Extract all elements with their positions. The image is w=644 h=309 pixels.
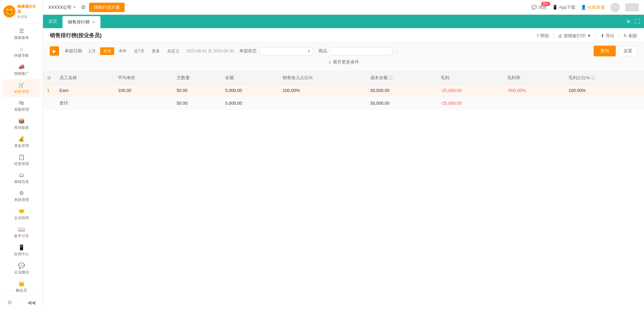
template-print-button[interactable]: 🖨 按模板打印 ▼ xyxy=(558,33,591,39)
export-button[interactable]: ⬆ 导出 xyxy=(601,33,614,39)
company-selector[interactable]: XXXXX公司 ▼ xyxy=(48,4,76,10)
sidebar-item-marketing[interactable]: 📣 营销推广 xyxy=(2,61,41,79)
cell-gross-rate: -500.00% xyxy=(503,85,565,97)
table-body: 1 Eam 100.00 50.00 5,000.00 100.00% 30,0… xyxy=(43,85,644,97)
goods-input[interactable] xyxy=(330,47,392,55)
refresh-label: 刷新 xyxy=(629,33,637,39)
date-filter: 单据日期 上月 本月 本年 近7天 更多 自定义 2023-06-01 至 20… xyxy=(65,47,234,55)
date-label: 单据日期 xyxy=(65,48,82,54)
tab-close-window-icon[interactable]: ✕ xyxy=(626,18,631,25)
date-tab-this-year[interactable]: 本年 xyxy=(116,47,130,55)
tab-expand-icon[interactable]: ⛶ xyxy=(635,18,640,24)
footer-main-qty: 50.00 xyxy=(173,97,221,110)
purchase-icon: 🛍 xyxy=(19,100,24,106)
settings-button[interactable]: 设置 xyxy=(618,46,637,56)
sidebar-item-finance[interactable]: 💰 资金管理 xyxy=(2,133,41,151)
table-footer: 合计 50.00 5,000.00 30,000.00 -25,000.00 xyxy=(43,97,644,110)
sidebar-item-sales[interactable]: 🛒 销售管理 xyxy=(2,79,41,97)
sidebar-item-wechat[interactable]: 💬 企业微信 xyxy=(2,260,41,277)
sidebar-nav: ☰ 搜索菜单 ⌂ 快捷导航 📣 营销推广 🛒 销售管理 🛍 采购管理 📦 库存核… xyxy=(0,23,43,296)
tab-sales-rank[interactable]: 销售排行榜 ✕ xyxy=(62,16,100,28)
date-tab-last-month[interactable]: 上月 xyxy=(85,47,99,55)
sidebar: 🐱 畅康通好生意 标准版 ☰ 搜索菜单 ⌂ 快捷导航 📣 营销推广 🛒 销售管理… xyxy=(0,0,43,309)
header-settings-icon[interactable]: ⚙ xyxy=(81,4,86,10)
cost-info-icon[interactable]: ⓘ xyxy=(389,75,393,80)
service-label: 在线客服 xyxy=(588,4,605,10)
sidebar-item-label: 库存核算 xyxy=(14,125,29,130)
tab-bar-right: ✕ ⛶ xyxy=(626,18,644,25)
page-content: 销售排行榜(按业务员) ? 帮助 | 🖨 按模板打印 ▼ | ⬆ 导出 | xyxy=(43,28,644,309)
column-settings-icon[interactable]: ⚙ xyxy=(47,75,51,81)
message-icon: 💬 xyxy=(531,5,537,10)
expand-more-button[interactable]: ∨ 展开更多条件 xyxy=(324,58,363,66)
filter-area: ▶ 单据日期 上月 本月 本年 近7天 更多 自定义 2023-06-01 至 … xyxy=(43,42,644,71)
table-row: 1 Eam 100.00 50.00 5,000.00 100.00% 30,0… xyxy=(43,85,644,97)
expand-row: ∨ 展开更多条件 xyxy=(50,56,637,68)
app-icon: 📱 xyxy=(552,5,558,10)
sidebar-item-collab[interactable]: 🤝 企业协同 xyxy=(2,205,41,223)
th-settings: ⚙ xyxy=(43,71,55,85)
footer-cost-amount: 30,000.00 xyxy=(366,97,437,110)
collab-icon: 🤝 xyxy=(18,208,25,214)
sidebar-item-search[interactable]: ☰ 搜索菜单 xyxy=(2,25,41,43)
sidebar-item-label: 畅会员 xyxy=(16,288,27,293)
sidebar-item-base[interactable]: 🗂 基础信息 xyxy=(2,169,41,187)
sidebar-bottom: ⚙ ◀◀ xyxy=(0,296,43,309)
date-tab-7days[interactable]: 近7天 xyxy=(131,47,147,55)
logo-title: 畅康通好生意 xyxy=(17,4,39,14)
divider-3: | xyxy=(618,33,619,38)
gross-pct-info-icon[interactable]: ⓘ xyxy=(591,75,595,80)
wechat-icon: 💬 xyxy=(18,262,25,269)
sidebar-item-label: 经营管理 xyxy=(14,161,29,166)
sidebar-item-guide[interactable]: 📖 新手引导 xyxy=(2,223,41,241)
th-gross-pct: 毛利占比% ⓘ xyxy=(564,71,644,85)
trial-button[interactable]: 体验行业方案 xyxy=(89,3,125,12)
data-table: ⚙ 员工名称 平均单价 主数量 全额 xyxy=(43,71,644,110)
print-dropdown-icon: ▼ xyxy=(587,33,591,38)
status-select[interactable] xyxy=(259,47,313,55)
sidebar-item-member[interactable]: 👑 畅会员 xyxy=(2,278,41,296)
logo-icon: 🐱 xyxy=(3,5,15,17)
sidebar-item-inventory[interactable]: 📦 库存核算 xyxy=(2,115,41,133)
tab-close-icon[interactable]: ✕ xyxy=(92,20,95,24)
cell-rank: 1 xyxy=(43,85,55,97)
refresh-button[interactable]: ↻ 刷新 xyxy=(624,33,637,39)
th-avg-price: 平均单价 xyxy=(114,71,172,85)
print-icon: 🖨 xyxy=(558,33,562,38)
sidebar-collapse-icon[interactable]: ◀◀ xyxy=(27,299,35,306)
th-sales-pct: 销售收入占比% xyxy=(278,71,366,85)
message-badge: 99+ xyxy=(541,2,550,6)
query-button[interactable]: 查询 xyxy=(594,46,616,56)
export-label: 导出 xyxy=(606,33,614,39)
sidebar-item-apps[interactable]: 📱 应用中心 xyxy=(2,242,41,259)
tab-sales-rank-label: 销售排行榜 xyxy=(68,19,90,25)
tab-home[interactable]: 首页 xyxy=(43,15,62,28)
sidebar-item-system[interactable]: ⚙ 系统管理 xyxy=(2,187,41,205)
finance-icon: 💰 xyxy=(18,136,25,142)
filter-toggle-button[interactable]: ▶ xyxy=(50,46,59,56)
marketing-icon: 📣 xyxy=(18,64,25,70)
th-amount: 全额 xyxy=(221,71,278,85)
apps-icon: 📱 xyxy=(18,244,25,251)
cell-sales-pct: 100.00% xyxy=(278,85,366,97)
message-button[interactable]: 💬 消息 99+ xyxy=(531,4,547,10)
date-tab-this-month[interactable]: 本月 xyxy=(100,47,114,55)
sidebar-item-label: 应用中心 xyxy=(14,252,29,257)
footer-sales-pct xyxy=(278,97,366,110)
online-service-button[interactable]: 👤 在线客服 xyxy=(581,4,605,10)
date-tab-custom[interactable]: 自定义 xyxy=(164,47,182,55)
user-avatar[interactable] xyxy=(610,3,620,12)
sidebar-item-purchase[interactable]: 🛍 采购管理 xyxy=(2,97,41,115)
operation-icon: 📋 xyxy=(18,154,25,160)
tab-home-label: 首页 xyxy=(48,18,57,24)
sidebar-item-operation[interactable]: 📋 经营管理 xyxy=(2,151,41,169)
footer-gross-pct xyxy=(564,97,644,110)
goods-more-icon[interactable]: ... xyxy=(395,49,398,53)
divider-2: | xyxy=(595,33,596,38)
sidebar-item-quick-nav[interactable]: ⌂ 快捷导航 xyxy=(2,43,41,61)
help-button[interactable]: ? 帮助 xyxy=(536,33,549,39)
sidebar-settings-icon[interactable]: ⚙ xyxy=(7,299,12,306)
table-header-row: ⚙ 员工名称 平均单价 主数量 全额 xyxy=(43,71,644,85)
date-tab-more[interactable]: 更多 xyxy=(149,47,163,55)
app-download-button[interactable]: 📱 App下载 xyxy=(552,4,575,10)
